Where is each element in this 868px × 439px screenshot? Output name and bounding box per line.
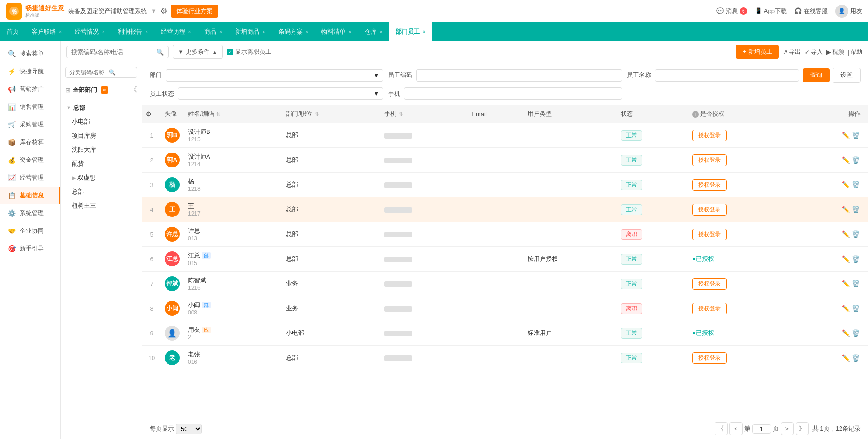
export-btn[interactable]: ↗ 导出 (783, 48, 801, 56)
show-leave-toggle[interactable]: ✓ 显示离职员工 (227, 48, 271, 56)
page-size-select[interactable]: 50 100 (176, 424, 202, 434)
emp-code-input[interactable] (416, 69, 622, 82)
edit-btn[interactable]: ✏️ (841, 354, 851, 362)
delete-btn[interactable]: 🗑️ (851, 156, 861, 164)
auth-btn[interactable]: 授权登录 (692, 352, 727, 364)
edit-btn[interactable]: ✏️ (841, 305, 851, 312)
user-btn[interactable]: 👤 用友 (835, 5, 862, 18)
dept-filter-select[interactable]: ▼ (166, 69, 383, 82)
tab-customer[interactable]: 客户联络× (25, 22, 68, 41)
dept-node-double[interactable]: ▶ 双虚想 (61, 171, 142, 185)
dept-search-box[interactable]: 🔍 (65, 67, 137, 78)
status-filter-select[interactable]: ▼ (178, 87, 383, 100)
collapse-dept-btn[interactable]: 《 (130, 85, 137, 95)
tab-new-goods[interactable]: 新增商品× (229, 22, 271, 41)
tab-warehouse[interactable]: 仓库× (358, 22, 389, 41)
edit-btn[interactable]: ✏️ (841, 156, 851, 164)
close-icon[interactable]: × (348, 29, 351, 35)
tab-employees[interactable]: 部门员工× (389, 22, 432, 41)
tab-history[interactable]: 经营历程× (154, 22, 197, 41)
close-icon[interactable]: × (423, 29, 425, 35)
delete-btn[interactable]: 🗑️ (851, 206, 861, 213)
search-box[interactable]: 🔍 (66, 46, 169, 58)
edit-btn[interactable]: ✏️ (841, 230, 851, 238)
sidebar-item-inventory[interactable]: 📦 库存核算 (0, 133, 60, 151)
add-employee-btn[interactable]: + 新增员工 (736, 45, 778, 59)
close-icon[interactable]: × (145, 29, 148, 35)
first-page-btn[interactable]: 《 (715, 422, 728, 435)
edit-btn[interactable]: ✏️ (841, 132, 851, 139)
sort-icon[interactable]: ⇅ (315, 111, 319, 117)
dropdown-arrow[interactable]: ▼ (151, 7, 157, 14)
sidebar-item-basic[interactable]: 📋 基础信息 (0, 187, 60, 204)
close-icon[interactable]: × (380, 29, 382, 35)
edit-btn[interactable]: ✏️ (841, 280, 851, 287)
settings-btn[interactable]: 设置 (833, 68, 861, 83)
auth-btn[interactable]: 授权登录 (692, 229, 727, 240)
last-page-btn[interactable]: 》 (796, 422, 809, 435)
close-icon[interactable]: × (219, 29, 222, 35)
delete-btn[interactable]: 🗑️ (851, 132, 861, 139)
sidebar-item-marketing[interactable]: 📢 营销推广 (0, 80, 60, 98)
edit-btn[interactable]: ✏️ (841, 181, 851, 188)
search-btn[interactable]: 查询 (803, 68, 830, 82)
delete-btn[interactable]: 🗑️ (851, 255, 861, 263)
settings-icon[interactable]: ⚙ (146, 111, 152, 118)
sidebar-item-guide[interactable]: 🎯 新手引导 (0, 240, 60, 258)
auth-btn[interactable]: 授权登录 (692, 130, 727, 141)
edit-btn[interactable]: ✏️ (841, 255, 851, 263)
page-input[interactable] (752, 424, 771, 434)
import-btn[interactable]: ↙ 导入 (805, 48, 823, 56)
delete-btn[interactable]: 🗑️ (851, 181, 861, 188)
dept-search-input[interactable] (69, 69, 107, 76)
tab-profit[interactable]: 利润报告× (111, 22, 154, 41)
dept-node-xiaodian[interactable]: 小电部 (61, 115, 142, 129)
dept-node-hq[interactable]: 总部 (61, 185, 142, 199)
close-icon[interactable]: × (59, 29, 62, 35)
sidebar-item-enterprise[interactable]: 🤝 企业协同 (0, 222, 60, 240)
auth-btn[interactable]: 授权登录 (692, 204, 727, 216)
tab-goods[interactable]: 商品× (198, 22, 229, 41)
delete-btn[interactable]: 🗑️ (851, 230, 861, 238)
app-download-btn[interactable]: 📱 App下载 (755, 7, 787, 15)
auth-btn[interactable]: 授权登录 (692, 278, 727, 290)
dept-node-planting[interactable]: 植树王三 (61, 199, 142, 213)
delete-btn[interactable]: 🗑️ (851, 354, 861, 362)
tab-operation[interactable]: 经营情况× (68, 22, 111, 41)
sort-icon[interactable]: ⇅ (399, 111, 403, 117)
message-btn[interactable]: 💬 消息 6 (716, 7, 747, 15)
sidebar-item-finance[interactable]: 💰 资金管理 (0, 151, 60, 169)
dept-node-project[interactable]: 项目库房 (61, 129, 142, 143)
sidebar-item-system[interactable]: ⚙️ 系统管理 (0, 204, 60, 222)
dept-node-shenyang[interactable]: 沈阳大库 (61, 143, 142, 157)
sidebar-item-search[interactable]: 🔍 搜索菜单 (0, 45, 60, 63)
experience-btn[interactable]: 体验行业方案 (171, 5, 218, 18)
edit-btn[interactable]: ✏️ (841, 206, 851, 213)
sidebar-item-sales[interactable]: 📊 销售管理 (0, 98, 60, 116)
edit-dept-icon[interactable]: ✏ (101, 86, 108, 94)
tab-bom[interactable]: 物料清单× (315, 22, 358, 41)
sort-icon[interactable]: ⇅ (216, 111, 220, 117)
close-icon[interactable]: × (188, 29, 191, 35)
help-btn[interactable]: | 帮助 (848, 48, 862, 56)
search-input[interactable] (71, 49, 154, 56)
auth-btn[interactable]: 授权登录 (692, 179, 727, 191)
delete-btn[interactable]: 🗑️ (851, 280, 861, 287)
online-service-btn[interactable]: 🎧 在线客服 (794, 7, 828, 15)
more-filter-btn[interactable]: ▼ 更多条件 ▲ (173, 45, 223, 59)
prev-page-btn[interactable]: ＜ (729, 422, 743, 435)
close-icon[interactable]: × (102, 29, 104, 35)
sidebar-item-purchase[interactable]: 🛒 采购管理 (0, 116, 60, 133)
next-page-btn[interactable]: ＞ (781, 422, 794, 435)
dept-node-delivery[interactable]: 配货 (61, 157, 142, 171)
delete-btn[interactable]: 🗑️ (851, 329, 861, 337)
close-icon[interactable]: × (262, 29, 265, 35)
dept-node-root[interactable]: ▼ 总部 (61, 101, 142, 115)
tab-barcode[interactable]: 条码方案× (272, 22, 315, 41)
auth-btn[interactable]: 授权登录 (692, 154, 727, 166)
edit-btn[interactable]: ✏️ (841, 329, 851, 337)
sidebar-item-operation[interactable]: 📈 经营管理 (0, 169, 60, 187)
emp-name-input[interactable] (655, 69, 799, 82)
delete-btn[interactable]: 🗑️ (851, 305, 861, 312)
tab-home[interactable]: 首页 (0, 22, 25, 41)
